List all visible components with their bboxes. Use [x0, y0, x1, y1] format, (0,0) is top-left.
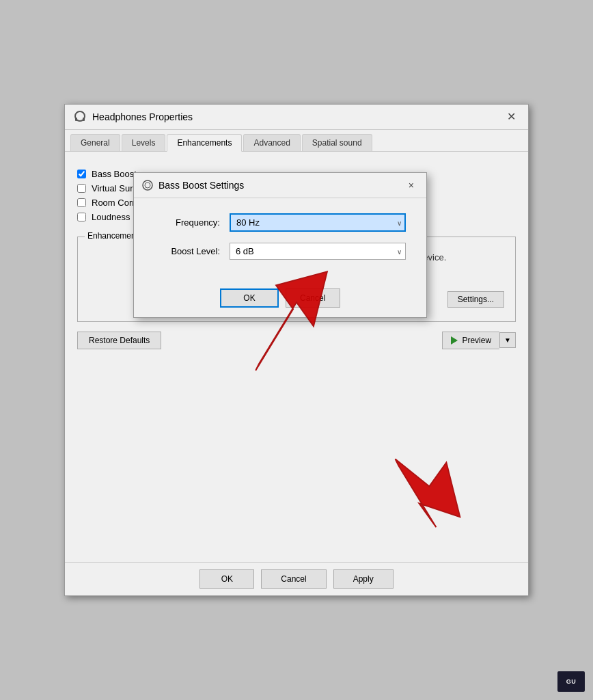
headphones-icon	[73, 110, 87, 124]
main-title-bar: Headphones Properties ✕	[65, 105, 528, 130]
tabs-bar: General Levels Enhancements Advanced Spa…	[65, 130, 528, 152]
bass-boost-checkbox[interactable]	[77, 170, 86, 178]
boost-level-select-wrapper: 3 dB 6 dB 9 dB 12 dB ∨	[230, 243, 406, 260]
main-close-button[interactable]: ✕	[503, 110, 520, 124]
frequency-label: Frequency:	[154, 217, 230, 228]
frequency-row: Frequency: 80 Hz 100 Hz 125 Hz 160 Hz 20…	[154, 213, 406, 232]
main-apply-button[interactable]: Apply	[333, 569, 394, 589]
tab-general[interactable]: General	[70, 134, 120, 151]
brand-text: GU	[566, 678, 577, 685]
frequency-select[interactable]: 80 Hz 100 Hz 125 Hz 160 Hz 200 Hz	[230, 213, 406, 232]
dialog-title-left: Bass Boost Settings	[142, 180, 244, 191]
dialog-buttons: OK Cancel	[134, 283, 426, 317]
dialog-ok-button[interactable]: OK	[220, 288, 278, 308]
virtual-surround-checkbox[interactable]	[77, 184, 86, 193]
svg-rect-1	[75, 118, 77, 121]
dialog-footer: OK Cancel Apply	[65, 562, 528, 595]
svg-rect-2	[83, 118, 85, 121]
bass-boost-icon	[142, 180, 153, 191]
dialog-title-text: Bass Boost Settings	[158, 180, 244, 191]
svg-marker-6	[396, 459, 460, 528]
dialog-cancel-button[interactable]: Cancel	[286, 288, 340, 308]
main-cancel-button[interactable]: Cancel	[261, 569, 326, 589]
brand-logo: GU	[557, 671, 585, 692]
tab-advanced[interactable]: Advanced	[243, 134, 300, 151]
svg-point-4	[145, 183, 150, 188]
tab-spatial-sound[interactable]: Spatial sound	[302, 134, 372, 151]
bass-boost-dialog: Bass Boost Settings × Frequency: 80 Hz 1…	[133, 172, 427, 318]
loudness-eq-checkbox[interactable]	[77, 213, 86, 221]
tab-enhancements[interactable]: Enhancements	[167, 134, 242, 152]
preview-dropdown-button[interactable]: ▼	[499, 332, 516, 348]
main-title-left: Headphones Properties	[73, 110, 193, 124]
bottom-buttons: Restore Defaults Preview ▼	[77, 332, 516, 349]
main-title-text: Headphones Properties	[92, 111, 193, 122]
headphones-properties-window: Headphones Properties ✕ General Levels E…	[64, 104, 529, 596]
boost-level-label: Boost Level:	[154, 246, 230, 256]
play-icon	[451, 336, 458, 345]
preview-label: Preview	[462, 336, 491, 345]
dialog-title-bar: Bass Boost Settings ×	[134, 173, 426, 198]
frequency-select-wrapper: 80 Hz 100 Hz 125 Hz 160 Hz 200 Hz ∨	[230, 213, 406, 232]
preview-button[interactable]: Preview	[442, 332, 499, 349]
bass-boost-label: Bass Boost	[92, 169, 137, 179]
boost-level-select[interactable]: 3 dB 6 dB 9 dB 12 dB	[230, 243, 406, 260]
restore-defaults-button[interactable]: Restore Defaults	[77, 332, 161, 349]
settings-button[interactable]: Settings...	[447, 291, 504, 308]
main-ok-button[interactable]: OK	[199, 569, 254, 589]
main-content: Bass Boost Virtual Surround Room Correct…	[65, 152, 528, 562]
tab-levels[interactable]: Levels	[122, 134, 166, 151]
dialog-body: Frequency: 80 Hz 100 Hz 125 Hz 160 Hz 20…	[134, 198, 426, 283]
preview-group: Preview ▼	[442, 332, 516, 349]
svg-point-3	[143, 180, 152, 190]
dialog-close-button[interactable]: ×	[404, 178, 418, 192]
boost-level-row: Boost Level: 3 dB 6 dB 9 dB 12 dB ∨	[154, 243, 406, 260]
room-correction-checkbox[interactable]	[77, 198, 86, 207]
